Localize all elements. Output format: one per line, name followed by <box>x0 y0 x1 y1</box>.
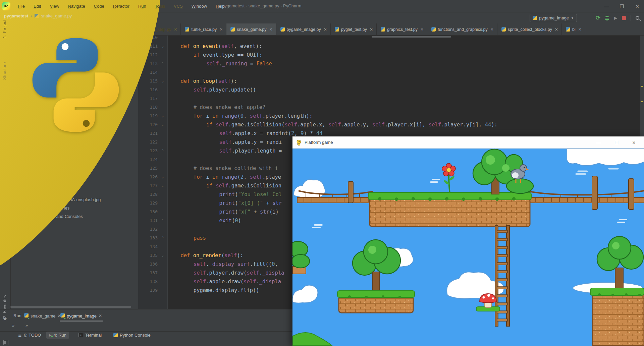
tree-root-row[interactable]: ▾pygametestcts\pygam <box>23 36 60 45</box>
project-header-icon[interactable]: ⚙ <box>122 27 126 32</box>
menu-vcs[interactable]: VCS <box>169 4 187 9</box>
menu-code[interactable]: Code <box>90 4 109 9</box>
game-close-icon[interactable]: ✕ <box>627 136 641 149</box>
menu-run[interactable]: Run <box>134 4 151 9</box>
run-panel-chevron-icon[interactable]: » <box>25 323 28 328</box>
tree-item[interactable]: graphics_test.py <box>30 112 68 120</box>
menu-edit[interactable]: Edit <box>29 4 45 9</box>
fold-down-icon[interactable]: ⌄ <box>160 77 166 85</box>
toolwindow-button-label: Python Console <box>120 333 151 338</box>
menu-file[interactable]: File <box>13 4 29 9</box>
close-icon[interactable]: ✕ <box>99 313 102 318</box>
editor-tab[interactable]: turtle_race.py✕ <box>181 23 226 35</box>
project-header-icon[interactable]: ⊕ <box>103 27 107 32</box>
tree-item[interactable]: ▸Scratches and Consoles <box>23 212 83 221</box>
close-icon[interactable]: ✕ <box>219 27 223 32</box>
close-icon[interactable]: ✕ <box>490 27 494 32</box>
close-icon[interactable]: ✕ <box>269 27 273 32</box>
tree-item[interactable]: logo32x32.png <box>30 137 65 145</box>
run-tab[interactable]: snake_game✕ <box>21 311 64 321</box>
tree-item[interactable]: kivy_test.py <box>30 128 59 137</box>
warning-mark[interactable] <box>641 101 643 102</box>
run-panel-chevron-icon[interactable]: » <box>12 323 14 328</box>
menu-view[interactable]: View <box>45 4 63 9</box>
toolwindow-button-run[interactable]: ▶4: Run <box>46 332 69 339</box>
project-scrollbar[interactable] <box>10 306 131 308</box>
editor-tab[interactable]: first_step.py✕ <box>138 23 181 35</box>
run-tab[interactable]: pygame_image✕ <box>58 311 105 321</box>
tool-stripe-favorites[interactable]: 2: Favorites <box>2 295 7 318</box>
editor-tab[interactable]: pyglet_test.py✕ <box>331 23 377 35</box>
close-icon[interactable]: ✕ <box>555 27 558 32</box>
menu-tools[interactable]: Tools <box>151 4 169 9</box>
fold-down-icon[interactable]: ⌄ <box>160 181 166 190</box>
menu-help[interactable]: Help <box>211 4 229 9</box>
game-window[interactable]: Platform game — ☐ ✕ <box>292 136 644 346</box>
toolwindow-button-terminal[interactable]: >Terminal <box>76 332 104 339</box>
tree-item[interactable]: v2osk-1Z2niiBPg5A-unsplash.jpg <box>30 195 101 204</box>
minimize-icon[interactable]: — <box>603 4 610 9</box>
fold-up-icon[interactable]: ⌃ <box>160 234 166 242</box>
game-title-bar[interactable]: Platform game — ☐ ✕ <box>292 136 644 149</box>
editor-tab[interactable]: pygame_image.py✕ <box>276 23 331 35</box>
close-icon[interactable]: ✕ <box>370 27 373 32</box>
project-header-icon[interactable]: ─ <box>131 27 135 32</box>
tree-item[interactable]: Smile50x50.png <box>30 162 68 170</box>
fold-down-icon[interactable]: ⌄ <box>160 173 166 181</box>
fold-up-icon[interactable]: ⌃ <box>160 59 166 68</box>
toolwindow-button-todo[interactable]: ≣6: TODO <box>15 332 44 339</box>
tree-item[interactable]: pygame_image.py <box>30 145 72 154</box>
game-minimize-icon[interactable]: — <box>592 136 605 149</box>
chevron-right-icon[interactable]: ▸ <box>30 47 33 51</box>
fold-down-icon[interactable]: ⌄ <box>160 42 166 51</box>
close-icon[interactable]: ✕ <box>420 27 424 32</box>
tree-item[interactable]: sprite_collect_blocks.py <box>30 179 83 187</box>
fold-down-icon[interactable]: ⌄ <box>160 251 166 260</box>
fold-down-icon[interactable]: ⌄ <box>160 120 166 129</box>
chevron-down-icon[interactable]: ▾ <box>23 39 27 42</box>
close-icon[interactable]: ✕ <box>634 4 641 9</box>
tree-item[interactable]: turtle_race.py <box>30 187 63 195</box>
project-panel-title[interactable]: Project <box>15 27 30 32</box>
editor-tab[interactable]: functions_and_graphics.py✕ <box>427 23 497 35</box>
chevron-right-icon[interactable]: ▸ <box>23 215 26 218</box>
debug-bug-icon[interactable] <box>605 16 609 20</box>
menu-navigate[interactable]: Navigate <box>63 4 89 9</box>
run-configuration-select[interactable]: pygame_image ▼ <box>530 14 577 22</box>
menu-refactor[interactable]: Refactor <box>109 4 134 9</box>
tool-stripe-project[interactable]: 1: Project <box>2 19 7 38</box>
close-icon[interactable]: ✕ <box>174 27 177 32</box>
tool-stripe-structure[interactable]: Structure <box>2 62 7 80</box>
project-header-icon[interactable]: ⊟ <box>113 27 117 32</box>
favorites-star-icon[interactable]: ★ <box>3 316 7 322</box>
fold-down-icon[interactable]: ⌄ <box>160 112 166 120</box>
editor-tab[interactable]: snake_game.py✕ <box>226 23 276 35</box>
editor-tab[interactable]: sprite_collect_blocks.py✕ <box>497 23 562 35</box>
tree-item[interactable]: pyglet_test.py <box>30 154 63 162</box>
tree-item[interactable]: intermediate_platform_pygame.png <box>30 120 105 128</box>
close-icon[interactable]: ✕ <box>324 27 327 32</box>
close-icon[interactable]: ✕ <box>578 27 582 32</box>
game-canvas[interactable] <box>292 149 644 346</box>
tree-item[interactable]: ▸venv <box>30 45 51 53</box>
chevron-right-icon[interactable]: ▸ <box>23 207 26 210</box>
profiler-icon[interactable] <box>622 16 626 20</box>
editor-tab[interactable]: graphics_test.py✕ <box>377 23 427 35</box>
restore-layout-icon[interactable] <box>3 340 8 345</box>
editor-tab[interactable]: bl✕ <box>562 23 585 35</box>
tree-item[interactable]: snake_game.py <box>30 170 67 179</box>
fold-up-icon[interactable]: ⌃ <box>160 216 166 225</box>
menu-window[interactable]: Window <box>187 4 211 9</box>
maximize-icon[interactable]: ❐ <box>619 4 625 9</box>
breadcrumb-project[interactable]: pygametest <box>4 13 28 18</box>
chevron-down-icon[interactable]: ▾ <box>32 28 33 31</box>
search-everywhere-icon[interactable] <box>636 16 639 20</box>
warning-mark[interactable] <box>641 86 643 87</box>
rerun-icon[interactable]: ⟳ <box>596 14 600 21</box>
fold-up-icon[interactable]: ⌃ <box>160 147 166 155</box>
run-with-coverage-icon[interactable]: ▶ <box>614 15 617 20</box>
breadcrumb-file[interactable]: snake_game.py <box>41 13 72 18</box>
tree-item[interactable]: ▸External Libraries <box>23 204 69 212</box>
game-maximize-icon[interactable]: ☐ <box>610 136 623 149</box>
toolwindow-button-pyconsole[interactable]: Python Console <box>111 332 153 339</box>
